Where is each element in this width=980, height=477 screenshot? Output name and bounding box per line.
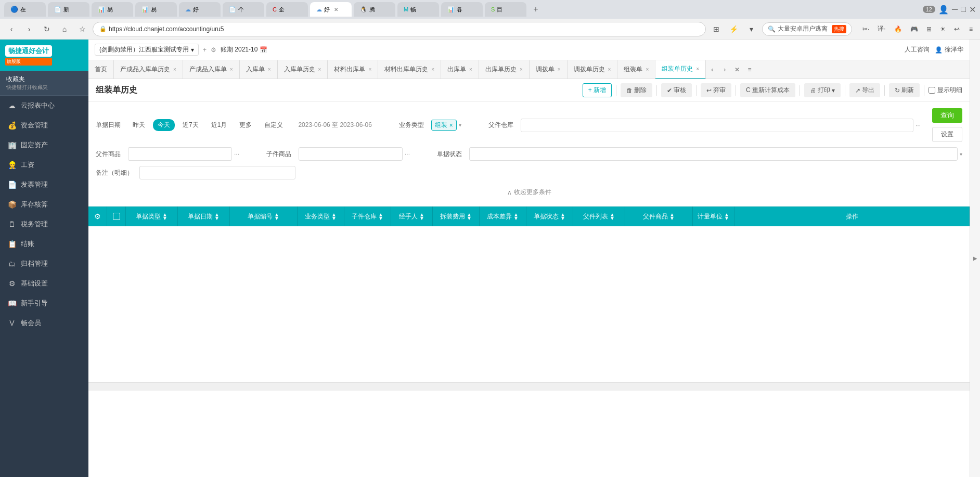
browser-tab-5[interactable]: ☁ 好 (179, 2, 221, 17)
print-button[interactable]: 🖨 打印 ▾ (804, 83, 841, 97)
sidebar-item-inventory[interactable]: 📦 库存核算 (0, 195, 88, 214)
th-bill-date[interactable]: 单据日期 ▲▼ (178, 207, 230, 226)
period-selector[interactable]: 账期 2021-10 📅 (221, 45, 267, 54)
th-child-warehouse[interactable]: 子件仓库 ▲▼ (344, 207, 391, 226)
child-goods-ellipsis[interactable]: ··· (405, 150, 410, 158)
maximize-icon[interactable]: □ (961, 5, 966, 14)
add-button[interactable]: + 新增 (583, 83, 612, 97)
sidebar-item-beginner[interactable]: 📖 新手引导 (0, 293, 88, 313)
tab-material-out-history[interactable]: 材料出库单历史 × (378, 60, 441, 79)
close-icon[interactable]: ✕ (969, 5, 976, 15)
browser-tab-2[interactable]: 📄 新 (48, 2, 89, 17)
tab-close-icon[interactable]: × (469, 67, 472, 72)
query-button[interactable]: 查询 (932, 108, 962, 123)
browser-tab-4[interactable]: 📊 易 (135, 2, 177, 17)
sidebar-item-funds[interactable]: 💰 资金管理 (0, 115, 88, 135)
abandon-button[interactable]: ↩ 弃审 (701, 83, 731, 97)
sidebar-item-invoice[interactable]: 📄 发票管理 (0, 175, 88, 195)
date-btn-1month[interactable]: 近1月 (207, 119, 232, 131)
sidebar-item-basic-settings[interactable]: ⚙ 基础设置 (0, 274, 88, 293)
tab-home[interactable]: 首页 (88, 60, 114, 79)
tab-transfer-history[interactable]: 调拨单历史 × (568, 60, 618, 79)
sidebar-item-payroll[interactable]: 👷 工资 (0, 155, 88, 175)
sort-handler-icon[interactable]: ▲▼ (419, 213, 424, 220)
sort-bill-date-icon[interactable]: ▲▼ (214, 213, 220, 220)
browser-tab-11[interactable]: 📊 各 (441, 2, 483, 17)
select-all-checkbox[interactable] (113, 213, 120, 220)
right-panel-toggle[interactable]: ▶ (970, 40, 980, 477)
tab-material-out[interactable]: 材料出库单 × (328, 60, 378, 79)
sort-bill-no-icon[interactable]: ▲▼ (274, 213, 279, 220)
tab-assembly-history[interactable]: 组装单历史 × (655, 60, 706, 79)
forward-button[interactable]: › (22, 22, 36, 36)
browser-tab-3[interactable]: 📊 易 (92, 2, 133, 17)
emoji-tool[interactable]: 🔥 (891, 24, 905, 34)
biz-type-dropdown-arrow[interactable]: ▾ (459, 122, 461, 128)
sidebar-item-cloud-reports[interactable]: ☁ 云报表中心 (0, 96, 88, 115)
sidebar-item-archive[interactable]: 🗂 归档管理 (0, 254, 88, 274)
sort-cost-diff-icon[interactable]: ▲▼ (513, 213, 519, 220)
parent-goods-ellipsis[interactable]: ··· (234, 150, 239, 158)
date-btn-yesterday[interactable]: 昨天 (128, 119, 150, 131)
minimize-icon[interactable]: ─ (952, 5, 958, 14)
tab-close-icon[interactable]: × (646, 67, 649, 72)
tabs-menu[interactable]: ≡ (743, 60, 756, 79)
qr-icon[interactable]: ⊞ (709, 22, 724, 36)
tab-stock-in-history[interactable]: 入库单历史 × (278, 60, 328, 79)
bookmark-button[interactable]: ☆ (75, 22, 89, 36)
sidebar-item-vip[interactable]: V 畅会员 (0, 313, 88, 333)
date-btn-7days[interactable]: 近7天 (178, 119, 203, 131)
parent-warehouse-input[interactable] (521, 119, 913, 132)
th-handler[interactable]: 经手人 ▲▼ (391, 207, 433, 226)
browser-search[interactable]: 🔍 大量安卓用户逃离 热搜 (762, 22, 852, 36)
sort-bill-type-icon[interactable]: ▲▼ (162, 213, 167, 220)
support-link[interactable]: 人工咨询 (905, 45, 930, 54)
date-btn-today[interactable]: 今天 (153, 119, 175, 131)
recalc-button[interactable]: C 重新计算成本 (740, 83, 795, 97)
undo-tool[interactable]: ↩· (951, 24, 964, 34)
th-bill-status[interactable]: 单据状态 ▲▼ (526, 207, 573, 226)
remarks-input[interactable] (139, 166, 295, 179)
tab-finished-goods-in[interactable]: 产成品入库单 × (183, 60, 240, 79)
th-checkbox[interactable] (107, 207, 126, 226)
th-disassembly-fee[interactable]: 拆装费用 ▲▼ (433, 207, 480, 226)
tab-close-icon[interactable]: × (558, 67, 561, 72)
tab-close-icon[interactable]: × (520, 67, 523, 72)
menu-tool[interactable]: ≡ (966, 24, 976, 34)
lightning-icon[interactable]: ⚡ (727, 22, 741, 36)
refresh-button[interactable]: ↻ 刷新 (889, 83, 920, 97)
tab-stock-out[interactable]: 出库单 × (441, 60, 479, 79)
sort-bill-status-icon[interactable]: ▲▼ (560, 213, 565, 220)
sort-parent-goods-icon[interactable]: ▲▼ (669, 213, 675, 220)
tab-finished-goods-in-history[interactable]: 产成品入库单历史 × (114, 60, 183, 79)
sort-parent-list-icon[interactable]: ▲▼ (610, 213, 615, 220)
date-btn-custom[interactable]: 自定义 (260, 119, 288, 131)
th-biz-type[interactable]: 业务类型 ▲▼ (298, 207, 344, 226)
th-bill-no[interactable]: 单据编号 ▲▼ (230, 207, 298, 226)
table-settings-gear-icon[interactable]: ⚙ (94, 212, 101, 221)
browser-tab-12[interactable]: S 目 (485, 2, 526, 17)
sort-unit-icon[interactable]: ▲▼ (724, 213, 729, 220)
collapse-filters-button[interactable]: ∧ 收起更多条件 (96, 185, 962, 200)
settings-gear-icon[interactable]: ⚙ (211, 46, 216, 54)
browser-tab-1[interactable]: 🔵 在 (4, 2, 46, 17)
sidebar-bookmark[interactable]: 收藏夹 快捷键打开收藏夹 (0, 71, 88, 96)
tab-close-icon[interactable]: × (318, 67, 321, 72)
address-bar[interactable]: 🔒 https://cloud.chanjet.com/accounting/u… (93, 22, 706, 36)
settings-button[interactable]: 设置 (932, 127, 962, 142)
grid-tool[interactable]: ⊞ (923, 24, 935, 34)
th-parent-goods[interactable]: 父件商品 ▲▼ (625, 207, 693, 226)
tab-assembly[interactable]: 组装单 × (617, 60, 655, 79)
parent-goods-input[interactable] (128, 147, 232, 161)
add-company-btn[interactable]: + (203, 46, 207, 54)
tab-close-icon[interactable]: × (173, 67, 176, 72)
th-parent-list[interactable]: 父件列表 ▲▼ (573, 207, 625, 226)
tab-stock-in[interactable]: 入库单 × (240, 60, 278, 79)
th-cost-diff[interactable]: 成本差异 ▲▼ (480, 207, 526, 226)
translate-tool[interactable]: 译· (874, 23, 888, 34)
tabs-scroll-right[interactable]: › (718, 60, 731, 79)
back-button[interactable]: ‹ (4, 22, 19, 36)
th-settings[interactable]: ⚙ (88, 207, 107, 226)
browser-tab-9[interactable]: 🐧 腾 (354, 2, 395, 17)
tab-stock-out-history[interactable]: 出库单历史 × (479, 60, 530, 79)
